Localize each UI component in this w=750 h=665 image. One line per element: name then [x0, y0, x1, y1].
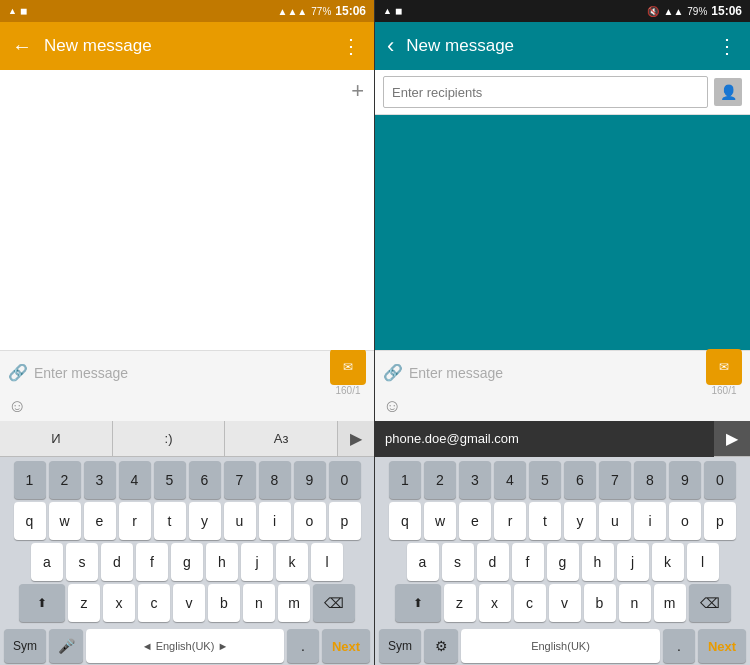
period-key-left[interactable]: . — [287, 629, 319, 663]
key-0[interactable]: 0 — [329, 461, 361, 499]
key-r-n[interactable]: n — [619, 584, 651, 622]
key-u[interactable]: u — [224, 502, 256, 540]
key-r-h[interactable]: h — [582, 543, 614, 581]
next-button-left[interactable]: Next — [322, 629, 370, 663]
key-m[interactable]: m — [278, 584, 310, 622]
key-2[interactable]: 2 — [49, 461, 81, 499]
key-r-o[interactable]: o — [669, 502, 701, 540]
key-z[interactable]: z — [68, 584, 100, 622]
key-r-l[interactable]: l — [687, 543, 719, 581]
key-n[interactable]: n — [243, 584, 275, 622]
suggestion-3[interactable]: Аз — [225, 421, 338, 456]
suggestion-1[interactable]: И — [0, 421, 113, 456]
key-r-c[interactable]: c — [514, 584, 546, 622]
key-r-y[interactable]: y — [564, 502, 596, 540]
key-r-m[interactable]: m — [654, 584, 686, 622]
key-j[interactable]: j — [241, 543, 273, 581]
back-button-left[interactable]: ← — [12, 35, 32, 58]
key-3[interactable]: 3 — [84, 461, 116, 499]
backspace-key-left[interactable]: ⌫ — [313, 584, 355, 622]
back-button-right[interactable]: ‹ — [387, 33, 394, 59]
key-a[interactable]: a — [31, 543, 63, 581]
key-r-v[interactable]: v — [549, 584, 581, 622]
key-r-q[interactable]: q — [389, 502, 421, 540]
attach-icon-left[interactable]: 🔗 — [8, 363, 28, 382]
sym-key-left[interactable]: Sym — [4, 629, 46, 663]
key-r-t[interactable]: t — [529, 502, 561, 540]
key-i[interactable]: i — [259, 502, 291, 540]
key-r-6[interactable]: 6 — [564, 461, 596, 499]
suggestion-2[interactable]: :) — [113, 421, 226, 456]
key-r-x[interactable]: x — [479, 584, 511, 622]
key-r-0[interactable]: 0 — [704, 461, 736, 499]
key-k[interactable]: k — [276, 543, 308, 581]
attach-icon-right[interactable]: 🔗 — [383, 363, 403, 382]
key-e[interactable]: e — [84, 502, 116, 540]
suggestions-arrow-right[interactable]: ▶ — [714, 421, 750, 456]
key-q[interactable]: q — [14, 502, 46, 540]
key-r-i[interactable]: i — [634, 502, 666, 540]
key-r-j[interactable]: j — [617, 543, 649, 581]
message-input-right[interactable]: Enter message — [409, 365, 700, 381]
key-7[interactable]: 7 — [224, 461, 256, 499]
more-button-right[interactable]: ⋮ — [717, 34, 738, 58]
shift-key-right[interactable]: ⬆ — [395, 584, 441, 622]
key-r-9[interactable]: 9 — [669, 461, 701, 499]
key-r[interactable]: r — [119, 502, 151, 540]
key-h[interactable]: h — [206, 543, 238, 581]
key-r-f[interactable]: f — [512, 543, 544, 581]
key-r-b[interactable]: b — [584, 584, 616, 622]
key-4[interactable]: 4 — [119, 461, 151, 499]
key-r-z[interactable]: z — [444, 584, 476, 622]
key-v[interactable]: v — [173, 584, 205, 622]
key-x[interactable]: x — [103, 584, 135, 622]
add-button-left[interactable]: + — [351, 78, 364, 104]
key-5[interactable]: 5 — [154, 461, 186, 499]
send-button-right[interactable]: ✉ — [706, 349, 742, 385]
key-t[interactable]: t — [154, 502, 186, 540]
key-6[interactable]: 6 — [189, 461, 221, 499]
emoji-icon-right[interactable]: ☺ — [383, 396, 401, 417]
period-key-right[interactable]: . — [663, 629, 695, 663]
key-r-8[interactable]: 8 — [634, 461, 666, 499]
key-b[interactable]: b — [208, 584, 240, 622]
key-8[interactable]: 8 — [259, 461, 291, 499]
space-key-left[interactable]: ◄ English(UK) ► — [86, 629, 284, 663]
key-r-e[interactable]: e — [459, 502, 491, 540]
contact-icon[interactable]: 👤 — [714, 78, 742, 106]
key-s[interactable]: s — [66, 543, 98, 581]
message-input-left[interactable]: Enter message — [34, 365, 324, 381]
key-w[interactable]: w — [49, 502, 81, 540]
key-y[interactable]: y — [189, 502, 221, 540]
key-c[interactable]: c — [138, 584, 170, 622]
recipients-input[interactable] — [383, 76, 708, 108]
key-r-5[interactable]: 5 — [529, 461, 561, 499]
next-button-right[interactable]: Next — [698, 629, 746, 663]
key-l[interactable]: l — [311, 543, 343, 581]
key-r-u[interactable]: u — [599, 502, 631, 540]
send-button-left[interactable]: ✉ — [330, 349, 366, 385]
key-r-a[interactable]: a — [407, 543, 439, 581]
key-r-1[interactable]: 1 — [389, 461, 421, 499]
key-g[interactable]: g — [171, 543, 203, 581]
key-d[interactable]: d — [101, 543, 133, 581]
key-r-d[interactable]: d — [477, 543, 509, 581]
key-r-s[interactable]: s — [442, 543, 474, 581]
emoji-icon-left[interactable]: ☺ — [8, 396, 26, 417]
suggestions-arrow-left[interactable]: ▶ — [338, 421, 374, 456]
shift-key-left[interactable]: ⬆ — [19, 584, 65, 622]
sym-key-right[interactable]: Sym — [379, 629, 421, 663]
key-p[interactable]: p — [329, 502, 361, 540]
key-r-p[interactable]: p — [704, 502, 736, 540]
key-o[interactable]: o — [294, 502, 326, 540]
more-button-left[interactable]: ⋮ — [341, 34, 362, 58]
key-1[interactable]: 1 — [14, 461, 46, 499]
key-r-r[interactable]: r — [494, 502, 526, 540]
gear-key-right[interactable]: ⚙ — [424, 629, 458, 663]
key-9[interactable]: 9 — [294, 461, 326, 499]
key-r-3[interactable]: 3 — [459, 461, 491, 499]
space-key-right[interactable]: English(UK) — [461, 629, 660, 663]
key-r-g[interactable]: g — [547, 543, 579, 581]
key-r-7[interactable]: 7 — [599, 461, 631, 499]
key-r-w[interactable]: w — [424, 502, 456, 540]
